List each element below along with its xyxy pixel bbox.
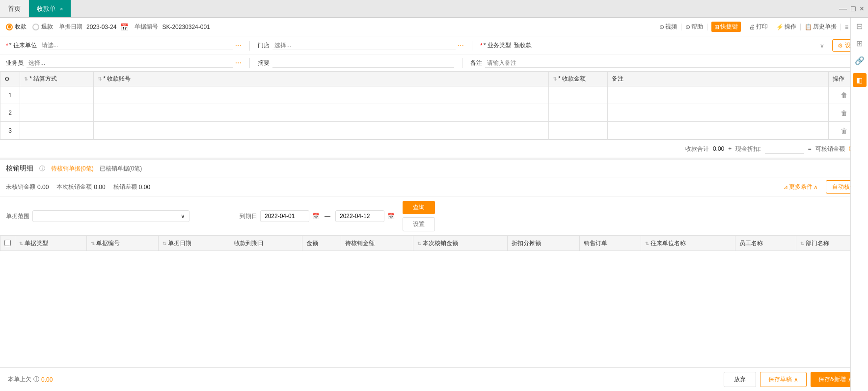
th-amount-label: * 收款金额: [558, 75, 586, 82]
pending-tab[interactable]: 待核销单据(0笔): [51, 165, 94, 173]
restore-icon[interactable]: □: [851, 4, 856, 13]
biz-type-value: 预收款: [514, 41, 820, 50]
save-draft-dropdown-icon[interactable]: ∧: [794, 376, 798, 383]
salesman-input[interactable]: [27, 58, 233, 68]
sidebar-list-icon[interactable]: ⊞: [856, 39, 863, 48]
verif-info-icon[interactable]: ⓘ: [39, 165, 45, 173]
layout1-icon[interactable]: ≡: [845, 24, 848, 30]
store-ellipsis[interactable]: ···: [458, 41, 464, 50]
row2-delete-icon[interactable]: 🗑: [841, 109, 847, 117]
divider2: [707, 24, 707, 30]
done-tab[interactable]: 已核销单据(0笔): [100, 165, 142, 173]
operation-link[interactable]: ⚡ 操作: [776, 23, 796, 31]
th-checkbox[interactable]: [0, 236, 15, 251]
sidebar-expand-icon[interactable]: ◧: [853, 73, 867, 87]
row3-jiesuan[interactable]: [20, 122, 94, 140]
counterpart-ellipsis[interactable]: ···: [235, 41, 242, 50]
history-link[interactable]: 📋 历史单据: [805, 23, 837, 31]
remarks-field: 备注: [470, 58, 862, 68]
due-date-label: 到期日: [240, 212, 257, 221]
summary-row: 收款合计 0.00 + 现金折扣: = 可核销金额 0.00: [0, 140, 868, 158]
settings-button2[interactable]: 设置: [403, 217, 435, 231]
date-to-icon[interactable]: 📅: [387, 213, 395, 220]
close-icon[interactable]: ×: [860, 4, 864, 13]
th-sales-order-label: 销售订单: [584, 240, 607, 247]
th-note-label: 备注: [612, 75, 624, 82]
th-current-verif-amount-label: 本次核销金额: [423, 240, 458, 247]
gear-icon: ⚙: [838, 42, 843, 49]
divider5: [800, 24, 801, 30]
main-content: 收款 退款 单据日期 2023-03-24 📅 单据编号 SK-20230324…: [0, 18, 868, 391]
save-new-label: 保存&新增: [818, 375, 846, 384]
remarks-input[interactable]: [485, 58, 862, 68]
date-range-filter: 到期日 📅 — 📅: [240, 210, 395, 222]
tab-close-icon[interactable]: ×: [60, 6, 63, 12]
print-link[interactable]: 🖨 打印: [749, 23, 768, 31]
remarks-label: 备注: [470, 59, 482, 67]
plus-label: +: [728, 145, 732, 152]
row2-jiesuan[interactable]: [20, 104, 94, 122]
divider6: [841, 24, 841, 30]
save-draft-button[interactable]: 保存草稿 ∧: [760, 372, 807, 387]
row3-note[interactable]: [607, 122, 828, 140]
row1-jiesuan[interactable]: [20, 86, 94, 104]
more-conditions-btn[interactable]: ⊿ 更多条件 ∧: [783, 183, 818, 191]
radio-receipt[interactable]: 收款: [6, 23, 27, 31]
tab-home[interactable]: 首页: [0, 0, 29, 17]
row2-account[interactable]: [94, 104, 549, 122]
th-discount: 折扣分摊额: [508, 236, 580, 251]
tab-home-label: 首页: [8, 4, 21, 13]
doc-date-group: 单据日期 2023-03-24 📅: [59, 23, 129, 31]
help-link[interactable]: ⊙ 帮助: [685, 23, 703, 31]
th-account: ⇅ * 收款账号: [94, 72, 549, 86]
shortcut-link[interactable]: ⊞ 快捷键: [711, 22, 741, 32]
row1-amount[interactable]: [548, 86, 607, 104]
radio-refund-dot[interactable]: [32, 24, 39, 30]
equals-label: =: [808, 145, 812, 152]
abandon-button[interactable]: 放弃: [724, 372, 756, 387]
radio-refund-label: 退款: [41, 23, 53, 31]
row1-account[interactable]: [94, 86, 549, 104]
discount-label: 现金折扣:: [735, 145, 760, 153]
tab-receipt[interactable]: 收款单 ×: [29, 0, 71, 17]
date-picker-icon[interactable]: 📅: [120, 23, 129, 31]
radio-refund[interactable]: 退款: [32, 23, 53, 31]
row1-note[interactable]: [607, 86, 828, 104]
sidebar-link-icon[interactable]: 🔗: [855, 56, 865, 65]
th-settings[interactable]: ⚙: [0, 72, 20, 86]
row2-note[interactable]: [607, 104, 828, 122]
settings-icon: ⚙: [4, 76, 10, 83]
salesman-ellipsis[interactable]: ···: [235, 58, 242, 67]
doc-number-group: 单据编号 SK-20230324-001: [135, 23, 210, 31]
biz-type-dropdown[interactable]: ∨: [820, 42, 824, 49]
doc-date-label: 单据日期: [59, 23, 82, 31]
date-from-icon[interactable]: 📅: [312, 213, 320, 220]
row3-account[interactable]: [94, 122, 549, 140]
row2-amount[interactable]: [548, 104, 607, 122]
receipt-table: ⚙ ⇅ * 结算方式 ⇅ * 收款账号 ⇅ * 收款金额: [0, 71, 868, 140]
current-limit-info-icon[interactable]: ⓘ: [33, 375, 39, 384]
biz-label: * 业务类型: [484, 41, 511, 50]
row2-num: 2: [0, 104, 20, 122]
summary-field: 摘要: [258, 58, 454, 68]
video-link[interactable]: ⊙ 视频: [659, 23, 677, 31]
summary-input[interactable]: [272, 58, 454, 68]
select-all-checkbox[interactable]: [4, 240, 11, 246]
th-jiesuan: ⇅ * 结算方式: [20, 72, 94, 86]
sidebar-table-icon[interactable]: ⊟: [856, 22, 863, 31]
query-button[interactable]: 查询: [403, 201, 435, 214]
filter-row: 单据范围 ∨ 到期日 📅 — 📅 查询 设置: [0, 197, 868, 236]
minimize-icon[interactable]: —: [839, 4, 847, 13]
bottom-actions: 放弃 保存草稿 ∧ 保存&新增 ∧: [724, 372, 860, 387]
date-from-input[interactable]: [260, 210, 309, 222]
discount-input[interactable]: [765, 144, 804, 154]
range-select[interactable]: ∨: [32, 210, 190, 222]
radio-receipt-dot[interactable]: [6, 24, 13, 30]
row1-delete-icon[interactable]: 🗑: [841, 91, 847, 99]
th-employee: 员工名称: [735, 236, 796, 251]
row3-delete-icon[interactable]: 🗑: [841, 127, 847, 135]
date-to-input[interactable]: [335, 210, 384, 222]
store-input[interactable]: [272, 41, 456, 50]
counterpart-input[interactable]: [40, 41, 233, 50]
row3-amount[interactable]: [548, 122, 607, 140]
